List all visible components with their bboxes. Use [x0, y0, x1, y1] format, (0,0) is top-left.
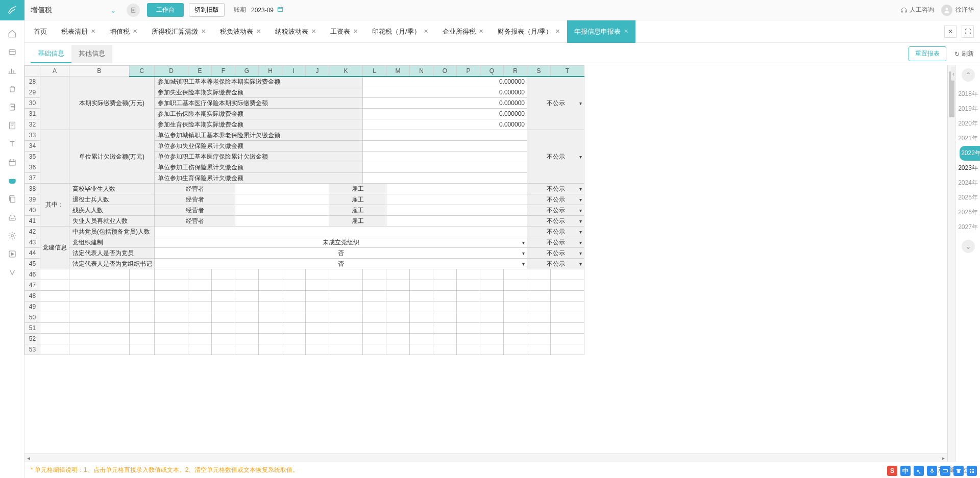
ime-grid-icon[interactable]	[967, 466, 977, 476]
nav-gear-icon[interactable]	[0, 227, 24, 245]
grid-cell[interactable]	[329, 334, 363, 344]
column-header[interactable]: T	[551, 66, 584, 77]
column-header[interactable]: O	[433, 66, 457, 77]
grid-cell[interactable]	[212, 301, 235, 312]
grid-cell[interactable]	[457, 344, 480, 355]
grid-cell[interactable]: 单位参加职工基本医疗保险累计欠缴金额	[155, 152, 363, 162]
grid-cell[interactable]	[433, 301, 457, 312]
grid-cell[interactable]	[527, 301, 551, 312]
row-number[interactable]: 51	[25, 323, 40, 334]
grid-cell[interactable]	[282, 280, 306, 291]
grid-cell[interactable]	[235, 269, 259, 280]
ime-tshirt-icon[interactable]	[953, 466, 964, 476]
ime-s-icon[interactable]: S	[887, 466, 897, 476]
grid-cell[interactable]: 高校毕业生人数	[69, 184, 155, 194]
grid-cell[interactable]	[386, 334, 410, 344]
tab-item[interactable]: 年报信息申报表✕	[567, 20, 635, 43]
column-header[interactable]: B	[69, 66, 130, 77]
grid-cell[interactable]	[188, 301, 212, 312]
reset-report-button[interactable]: 重置报表	[909, 46, 946, 61]
scroll-right-icon[interactable]: ▸	[939, 455, 947, 462]
grid-cell[interactable]	[527, 312, 551, 323]
grid-cell[interactable]	[259, 291, 282, 301]
year-item[interactable]: 2024年	[957, 175, 979, 190]
grid-cell[interactable]	[363, 291, 386, 301]
row-number[interactable]: 30	[25, 98, 40, 109]
row-number[interactable]: 48	[25, 291, 40, 301]
grid-cell[interactable]: 法定代表人是否为党员	[69, 248, 155, 259]
grid-cell[interactable]	[69, 312, 130, 323]
close-icon[interactable]: ✕	[201, 28, 206, 35]
row-number[interactable]: 31	[25, 109, 40, 119]
grid-cell[interactable]	[527, 269, 551, 280]
grid-cell[interactable]	[282, 344, 306, 355]
grid-cell[interactable]: 单位累计欠缴金额(万元)	[69, 130, 155, 184]
grid-cell[interactable]	[259, 344, 282, 355]
column-header[interactable]: Q	[480, 66, 504, 77]
grid-cell[interactable]: 0.000000	[363, 119, 527, 130]
grid-cell[interactable]: 不公示	[527, 259, 584, 269]
grid-cell[interactable]: 不公示	[527, 130, 584, 184]
close-icon[interactable]: ✕	[256, 28, 261, 35]
grid-cell[interactable]	[386, 323, 410, 334]
column-header[interactable]: J	[306, 66, 329, 77]
grid-cell[interactable]	[480, 334, 504, 344]
grid-cell[interactable]: 单位参加城镇职工基本养老保险累计欠缴金额	[155, 130, 363, 141]
tab-item[interactable]: 工资表✕	[323, 20, 365, 43]
grid-cell[interactable]	[155, 323, 188, 334]
grid-cell[interactable]	[433, 291, 457, 301]
grid-cell[interactable]	[235, 323, 259, 334]
nav-bag-icon[interactable]	[0, 80, 24, 98]
row-number[interactable]: 39	[25, 194, 40, 205]
year-item[interactable]: 2021年	[957, 131, 979, 146]
close-icon[interactable]: ✕	[133, 28, 137, 35]
row-number[interactable]: 45	[25, 259, 40, 269]
grid-cell[interactable]: 0.000000	[363, 87, 527, 98]
grid-cell[interactable]	[386, 269, 410, 280]
grid-cell[interactable]	[212, 269, 235, 280]
close-icon[interactable]: ✕	[479, 28, 483, 35]
row-number[interactable]: 47	[25, 280, 40, 291]
grid-cell[interactable]	[155, 280, 188, 291]
grid-cell[interactable]	[504, 312, 527, 323]
grid-cell[interactable]	[69, 334, 130, 344]
grid-cell[interactable]	[235, 184, 329, 194]
workbench-button[interactable]: 工作台	[147, 3, 184, 17]
grid-cell[interactable]	[433, 323, 457, 334]
grid-cell[interactable]	[504, 291, 527, 301]
grid-cell[interactable]: 不公示	[527, 237, 584, 248]
grid-cell[interactable]: 失业人员再就业人数	[69, 216, 155, 227]
year-item[interactable]: 2025年	[957, 190, 979, 205]
grid-cell[interactable]	[329, 280, 363, 291]
column-header[interactable]: R	[504, 66, 527, 77]
row-number[interactable]: 34	[25, 141, 40, 152]
row-number[interactable]: 49	[25, 301, 40, 312]
grid-cell[interactable]: 未成立党组织	[155, 237, 527, 248]
grid-cell[interactable]	[504, 344, 527, 355]
grid-cell[interactable]: 不公示	[527, 227, 584, 237]
tab-item[interactable]: 增值税✕	[103, 20, 144, 43]
tab-item[interactable]: 所得税汇算清缴✕	[144, 20, 213, 43]
grid-cell[interactable]	[363, 130, 527, 141]
grid-cell[interactable]	[527, 334, 551, 344]
grid-cell[interactable]	[480, 291, 504, 301]
grid-cell[interactable]	[386, 184, 527, 194]
grid-cell[interactable]	[410, 323, 433, 334]
grid-cell[interactable]	[363, 173, 527, 184]
grid-cell[interactable]	[155, 227, 527, 237]
column-header[interactable]: M	[386, 66, 410, 77]
grid-cell[interactable]	[69, 269, 130, 280]
row-number[interactable]: 38	[25, 184, 40, 194]
grid-cell[interactable]	[386, 301, 410, 312]
grid-cell[interactable]	[129, 344, 154, 355]
grid-cell[interactable]: 经营者	[155, 205, 235, 216]
grid-cell[interactable]: 0.000000	[363, 77, 527, 87]
grid-cell[interactable]	[235, 291, 259, 301]
year-item[interactable]: 2019年	[957, 102, 979, 116]
grid-cell[interactable]	[306, 280, 329, 291]
grid-cell[interactable]	[363, 269, 386, 280]
grid-cell[interactable]: 中共党员(包括预备党员)人数	[69, 227, 155, 237]
grid-cell[interactable]: 党组织建制	[69, 237, 155, 248]
column-header[interactable]: E	[188, 66, 212, 77]
grid-cell[interactable]: 其中：	[40, 184, 69, 227]
